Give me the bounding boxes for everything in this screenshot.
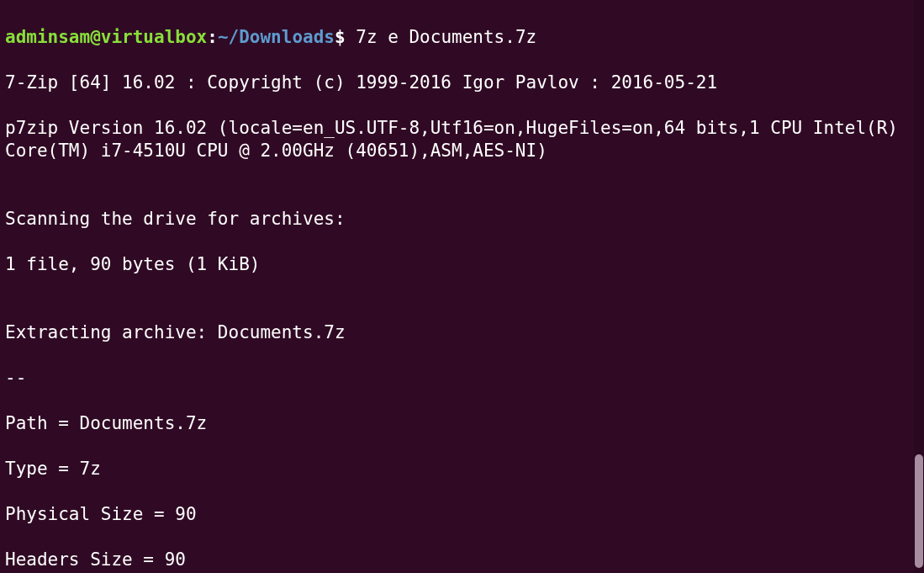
prompt-colon: :	[207, 27, 218, 47]
prompt-path: ~/Downloads	[218, 27, 335, 47]
output-path: Path = Documents.7z	[5, 412, 919, 435]
output-dashes: --	[5, 367, 919, 390]
scrollbar-track[interactable]	[914, 0, 924, 573]
output-type: Type = 7z	[5, 458, 919, 480]
output-physical-size: Physical Size = 90	[5, 503, 919, 526]
prompt-dollar: $	[335, 27, 356, 47]
output-p7zip: p7zip Version 16.02 (locale=en_US.UTF-8,…	[5, 117, 919, 162]
scrollbar-thumb[interactable]	[915, 454, 923, 568]
command-text: 7z e Documents.7z	[356, 27, 536, 47]
prompt-user-host: adminsam@virtualbox	[5, 27, 207, 47]
output-headers-size: Headers Size = 90	[5, 549, 919, 571]
prompt-line-1: adminsam@virtualbox:~/Downloads$ 7z e Do…	[5, 27, 536, 47]
output-file-info: 1 file, 90 bytes (1 KiB)	[5, 253, 919, 276]
output-extracting: Extracting archive: Documents.7z	[5, 321, 919, 344]
output-version: 7-Zip [64] 16.02 : Copyright (c) 1999-20…	[5, 72, 919, 94]
output-scanning: Scanning the drive for archives:	[5, 208, 919, 231]
terminal-output[interactable]: adminsam@virtualbox:~/Downloads$ 7z e Do…	[5, 3, 919, 573]
